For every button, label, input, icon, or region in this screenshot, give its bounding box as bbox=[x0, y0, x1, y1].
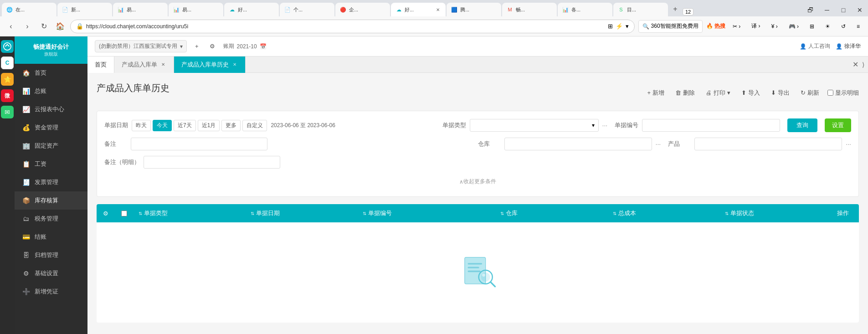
add-btn[interactable]: + 新增 bbox=[644, 87, 667, 99]
tab-t3[interactable]: 📊 易... bbox=[113, 3, 168, 16]
export-btn[interactable]: ⬇ 导出 bbox=[768, 87, 792, 99]
type-select[interactable]: ▾ bbox=[470, 119, 599, 132]
today-btn[interactable]: 今天 bbox=[153, 120, 172, 131]
sidebar-item-newvoucher[interactable]: ➕ 新增凭证 bbox=[15, 283, 87, 301]
menu-btn[interactable]: ≡ bbox=[853, 20, 863, 33]
add-company-btn[interactable]: + bbox=[192, 41, 201, 51]
settings-gear-btn[interactable]: ⚙ bbox=[207, 41, 218, 51]
setting-btn[interactable]: 设置 bbox=[825, 118, 851, 132]
sidebar-item-reports[interactable]: 📈 云报表中心 bbox=[15, 100, 87, 118]
search-box[interactable]: 🔍 360智能抠图免费用 bbox=[638, 20, 703, 33]
minimize-btn[interactable]: ─ bbox=[821, 5, 833, 15]
translate-btn[interactable]: 译 › bbox=[748, 20, 764, 33]
refresh-btn[interactable]: ↻ 刷新 bbox=[798, 87, 822, 99]
forward-btn[interactable]: › bbox=[21, 20, 34, 33]
money-btn[interactable]: ¥ › bbox=[768, 20, 781, 33]
app-icon-star[interactable]: ⭐ bbox=[1, 73, 14, 86]
tab-list-close[interactable]: ✕ bbox=[160, 62, 166, 68]
maximize-btn[interactable]: □ bbox=[837, 5, 850, 15]
yesterday-btn[interactable]: 昨天 bbox=[132, 120, 151, 131]
th-status[interactable]: ⇅ 单据状态 bbox=[719, 209, 832, 217]
query-btn[interactable]: 查询 bbox=[787, 118, 817, 132]
sidebar-item-tax[interactable]: 🗂 税务管理 bbox=[15, 210, 87, 228]
th-cost[interactable]: ⇅ 总成本 bbox=[607, 209, 719, 217]
th-gear[interactable]: ⚙ bbox=[97, 210, 115, 217]
tab-t6[interactable]: 📄 个... bbox=[280, 3, 334, 16]
restore-btn[interactable]: 🗗 bbox=[804, 5, 817, 15]
dropdown-icon[interactable]: ▾ bbox=[626, 23, 629, 30]
sidebar-item-settings[interactable]: ⚙ 基础设置 bbox=[15, 264, 87, 283]
company-select[interactable]: (勿删勿禁用）江西服宝测试专用 ▾ bbox=[95, 40, 187, 52]
remark-input[interactable] bbox=[131, 138, 267, 150]
tab-t4[interactable]: 📊 易... bbox=[169, 3, 223, 16]
user-profile[interactable]: 👤 徐泽华 bbox=[836, 42, 861, 50]
tab-t12[interactable]: S 目... bbox=[613, 3, 668, 16]
sidebar-item-inventory[interactable]: 📦 库存核算 bbox=[15, 191, 87, 210]
tab-t2[interactable]: 📄 新... bbox=[57, 3, 112, 16]
select-all-checkbox[interactable] bbox=[121, 211, 127, 216]
sidebar-header[interactable]: 畅捷通好会计 旗舰版 bbox=[15, 36, 87, 64]
sidebar-item-checkout[interactable]: 💳 结账 bbox=[15, 228, 87, 246]
tab-t11[interactable]: 📊 各... bbox=[558, 3, 612, 16]
app-icon-mail[interactable]: ✉ bbox=[1, 106, 14, 118]
tab-t10[interactable]: M 畅... bbox=[502, 3, 557, 16]
game-btn[interactable]: 🎮 › bbox=[785, 20, 802, 33]
grid-icon[interactable]: ⊞ bbox=[608, 23, 613, 30]
custom-btn[interactable]: 自定义 bbox=[242, 120, 267, 131]
scissors-btn[interactable]: ✂ › bbox=[729, 20, 744, 33]
tab-t9[interactable]: 🟦 腾... bbox=[447, 3, 501, 16]
th-date[interactable]: ⇅ 单据日期 bbox=[245, 209, 357, 217]
tab-t1[interactable]: 🌐 在... bbox=[2, 3, 56, 16]
product-input[interactable] bbox=[694, 138, 842, 150]
detail-remark-input[interactable] bbox=[144, 156, 280, 169]
search-icon: 🔍 bbox=[642, 23, 649, 30]
tab-t8[interactable]: ☁ 好... ✕ bbox=[391, 3, 446, 16]
sidebar-item-assets[interactable]: 🏢 固定资产 bbox=[15, 137, 87, 155]
tab-t5[interactable]: ☁ 好... bbox=[224, 3, 279, 16]
th-checkbox[interactable] bbox=[115, 211, 133, 216]
period-info: 账期 2021-10 📅 bbox=[223, 42, 267, 50]
delete-btn[interactable]: 🗑 删除 bbox=[673, 87, 698, 99]
no-input[interactable] bbox=[642, 119, 780, 132]
th-warehouse[interactable]: ⇅ 仓库 bbox=[495, 209, 607, 217]
close-browser-btn[interactable]: ✕ bbox=[853, 5, 866, 15]
tab-t7[interactable]: 🔴 企... bbox=[335, 3, 390, 16]
sidebar-item-funds[interactable]: 💰 资金管理 bbox=[15, 118, 87, 137]
more-date-btn[interactable]: 更多 bbox=[221, 120, 241, 131]
app-icon-main[interactable] bbox=[1, 40, 14, 53]
url-bar[interactable]: 🔒 https://cloud.chanjet.com/accounting/u… bbox=[70, 20, 635, 33]
panel-expand-btn[interactable]: ⟩ bbox=[862, 61, 864, 68]
print-btn[interactable]: 🖨 打印 ▾ bbox=[703, 87, 733, 99]
collapse-bar[interactable]: ∧ 收起更多条件 bbox=[104, 174, 851, 189]
warehouse-select[interactable] bbox=[504, 138, 652, 150]
new-tab-button[interactable]: + bbox=[669, 3, 682, 15]
last-month-btn[interactable]: 近1月 bbox=[198, 120, 220, 131]
tab-page-home[interactable]: 首页 bbox=[87, 57, 114, 73]
app-icon-chanjet[interactable]: C bbox=[1, 57, 14, 69]
reload2-btn[interactable]: ↺ bbox=[837, 20, 849, 33]
sidebar-item-ledger[interactable]: 📊 总账 bbox=[15, 82, 87, 100]
home-nav-btn[interactable]: 🏠 bbox=[54, 20, 67, 33]
sidebar-item-archive[interactable]: 🗄 归档管理 bbox=[15, 246, 87, 264]
import-btn[interactable]: ⬆ 导入 bbox=[739, 87, 763, 99]
panel-close-btn[interactable]: ✕ bbox=[853, 60, 858, 69]
sidebar-item-payroll[interactable]: 📋 工资 bbox=[15, 155, 87, 173]
tab-page-list[interactable]: 产成品入库单 ✕ bbox=[114, 57, 174, 73]
app-icon-weibo[interactable]: 微 bbox=[1, 89, 14, 102]
tab-history-close[interactable]: ✕ bbox=[231, 62, 238, 68]
th-type[interactable]: ⇅ 单据类型 bbox=[133, 209, 245, 217]
lightning-icon[interactable]: ⚡ bbox=[616, 23, 623, 30]
tab-page-history[interactable]: 产成品入库单历史 ✕ bbox=[174, 57, 246, 73]
sidebar-item-invoice[interactable]: 🧾 发票管理 bbox=[15, 173, 87, 191]
tab-close-t8[interactable]: ✕ bbox=[435, 6, 441, 13]
calendar-icon[interactable]: 📅 bbox=[260, 43, 267, 50]
user-service-btn[interactable]: 👤 人工咨询 bbox=[800, 42, 830, 50]
th-no[interactable]: ⇅ 单据编号 bbox=[357, 209, 495, 217]
back-btn[interactable]: ‹ bbox=[5, 20, 17, 33]
display-detail-checkbox[interactable] bbox=[827, 90, 833, 96]
last7-btn[interactable]: 近7天 bbox=[174, 120, 196, 131]
reload-btn[interactable]: ↻ bbox=[37, 20, 50, 33]
sidebar-item-home[interactable]: 🏠 首页 bbox=[15, 64, 87, 82]
grid-btn[interactable]: ⊞ bbox=[806, 20, 818, 33]
sun-btn[interactable]: ☀ bbox=[822, 20, 834, 33]
